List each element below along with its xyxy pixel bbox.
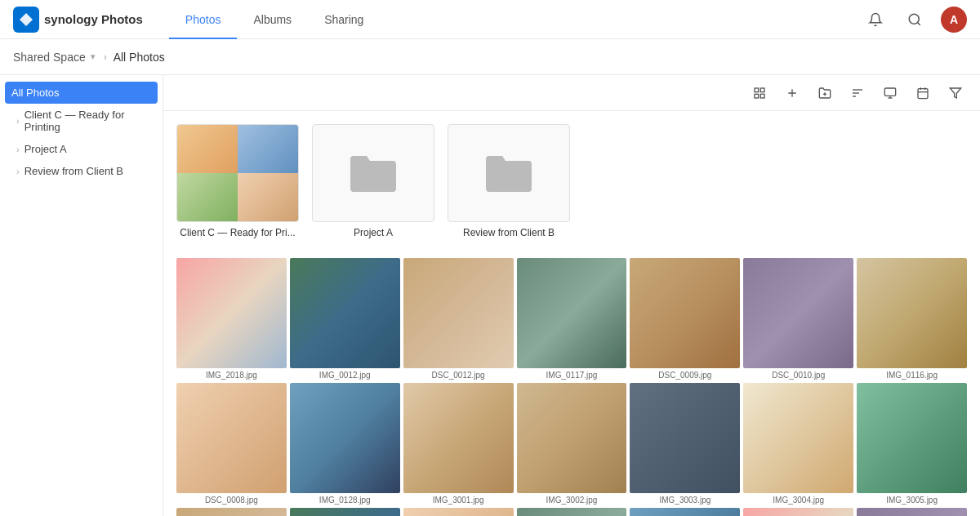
folders-row: Client C — Ready for Pri... Project A	[176, 124, 967, 238]
sidebar: All Photos › Client C — Ready for Printi…	[0, 75, 163, 516]
share-button[interactable]	[813, 82, 836, 105]
svg-marker-17	[950, 88, 960, 98]
photo-item-r3-3[interactable]	[403, 508, 514, 516]
photo-item-img2018[interactable]: IMG_2018.jpg	[176, 258, 287, 380]
folder-name-review-client-b: Review from Client B	[448, 227, 570, 238]
grid-view-button[interactable]	[748, 82, 771, 105]
photo-item-r3-1[interactable]	[176, 508, 287, 516]
photo-item-r3-7[interactable]	[857, 508, 967, 516]
folder-client-c[interactable]: Client C — Ready for Pri...	[176, 124, 299, 238]
photo-item-dsc0008[interactable]: DSC_0008.jpg	[176, 383, 287, 505]
photo-thumb-img0128	[290, 383, 400, 493]
logo-icon	[13, 7, 39, 33]
filter-button[interactable]	[944, 82, 967, 105]
photo-thumb-dsc0008	[176, 383, 287, 493]
calendar-button[interactable]	[911, 82, 934, 105]
body: All Photos › Client C — Ready for Printi…	[0, 75, 980, 516]
photo-item-r3-4[interactable]	[517, 508, 627, 516]
photo-item-img3004[interactable]: IMG_3004.jpg	[743, 383, 853, 505]
photo-thumb-dsc0009	[630, 258, 740, 368]
header-actions: A	[862, 7, 967, 33]
avatar[interactable]: A	[941, 7, 967, 33]
search-icon	[907, 12, 922, 27]
collage-cell-3	[177, 173, 238, 221]
calendar-icon	[916, 87, 929, 100]
photo-thumb-r3-5	[630, 508, 740, 516]
main-content: Client C — Ready for Pri... Project A	[163, 111, 980, 516]
photo-item-img3001[interactable]: IMG_3001.jpg	[403, 383, 514, 505]
photo-name-dsc0009: DSC_0009.jpg	[630, 371, 740, 380]
photo-thumb-r3-6	[743, 508, 853, 516]
photo-item-img0012[interactable]: IMG_0012.jpg	[290, 258, 400, 380]
photo-item-img0117[interactable]: IMG_0117.jpg	[517, 258, 627, 380]
main-content-wrapper: Client C — Ready for Pri... Project A	[163, 75, 980, 516]
photo-name-img0128: IMG_0128.jpg	[290, 496, 400, 505]
breadcrumb-all-photos[interactable]: All Photos	[114, 51, 165, 64]
bell-icon	[868, 12, 883, 27]
breadcrumb-dropdown-icon[interactable]: ▼	[89, 52, 97, 61]
photo-item-dsc0010[interactable]: DSC_0010.jpg	[743, 258, 853, 380]
svg-rect-4	[755, 94, 759, 98]
photo-name-img3004: IMG_3004.jpg	[743, 496, 853, 505]
folder-name-project-a: Project A	[312, 227, 434, 238]
photo-thumb-img0117	[517, 258, 627, 368]
tab-photos[interactable]: Photos	[169, 1, 238, 39]
photo-item-img3002[interactable]: IMG_3002.jpg	[517, 383, 627, 505]
folder-thumb-review-client-b	[448, 124, 570, 222]
project-a-label: Project A	[24, 143, 67, 155]
sort-button[interactable]	[846, 82, 869, 105]
photos-grid: IMG_2018.jpg IMG_0012.jpg DSC_0012.jpg I…	[176, 258, 967, 516]
photo-item-img0116[interactable]: IMG_0116.jpg	[857, 258, 967, 380]
photo-thumb-r3-4	[517, 508, 627, 516]
svg-rect-2	[755, 88, 759, 92]
add-button[interactable]	[781, 82, 804, 105]
breadcrumb-shared-space[interactable]: Shared Space ▼	[13, 51, 97, 64]
photo-thumb-img3005	[857, 383, 967, 493]
photo-name-img0012: IMG_0012.jpg	[290, 371, 400, 380]
photo-item-img0128[interactable]: IMG_0128.jpg	[290, 383, 400, 505]
grid-icon	[753, 87, 766, 100]
photo-item-r3-2[interactable]	[290, 508, 400, 516]
sidebar-item-client-c[interactable]: › Client C — Ready for Printing	[7, 104, 163, 138]
photo-thumb-img3004	[743, 383, 853, 493]
folder-thumb-client-c	[176, 124, 299, 222]
photo-name-img0117: IMG_0117.jpg	[517, 371, 627, 380]
notification-button[interactable]	[862, 7, 889, 33]
play-button[interactable]	[879, 82, 902, 105]
photo-thumb-img3002	[517, 383, 627, 493]
photo-item-dsc0009[interactable]: DSC_0009.jpg	[630, 258, 740, 380]
collage-cell-4	[238, 173, 298, 221]
logo[interactable]: synology Photos	[13, 7, 143, 33]
photo-thumb-img3001	[403, 383, 514, 493]
header: synology Photos Photos Albums Sharing A	[0, 0, 980, 39]
folder-thumb-project-a	[312, 124, 434, 222]
svg-point-1	[909, 14, 919, 24]
folder-review-client-b[interactable]: Review from Client B	[448, 124, 570, 238]
photo-item-r3-6[interactable]	[743, 508, 853, 516]
sort-icon	[851, 87, 864, 100]
sidebar-item-all-photos[interactable]: All Photos	[5, 82, 158, 104]
search-button[interactable]	[902, 7, 928, 33]
svg-rect-3	[760, 88, 764, 92]
sidebar-item-project-a[interactable]: › Project A	[7, 138, 163, 160]
svg-rect-13	[918, 88, 928, 98]
photo-thumb-dsc0010	[743, 258, 853, 368]
folder-plus-icon	[818, 87, 831, 100]
tab-sharing[interactable]: Sharing	[308, 1, 380, 39]
folder-icon	[349, 153, 398, 194]
svg-rect-5	[760, 94, 764, 98]
sidebar-item-review-client-b[interactable]: › Review from Client B	[7, 160, 163, 182]
breadcrumb-separator: ›	[104, 51, 107, 63]
photo-item-img3005[interactable]: IMG_3005.jpg	[857, 383, 967, 505]
client-c-label: Client C — Ready for Printing	[24, 109, 153, 133]
photo-item-img3003[interactable]: IMG_3003.jpg	[630, 383, 740, 505]
folder-project-a[interactable]: Project A	[312, 124, 434, 238]
photo-thumb-img0012	[290, 258, 400, 368]
chevron-right-icon-3: ›	[16, 167, 20, 176]
tab-albums[interactable]: Albums	[237, 1, 308, 39]
filter-icon	[949, 87, 962, 100]
photo-item-dsc0012[interactable]: DSC_0012.jpg	[403, 258, 514, 380]
breadcrumb-bar: Shared Space ▼ › All Photos	[0, 39, 980, 75]
photo-thumb-dsc0012	[403, 258, 514, 368]
photo-item-r3-5[interactable]	[630, 508, 740, 516]
